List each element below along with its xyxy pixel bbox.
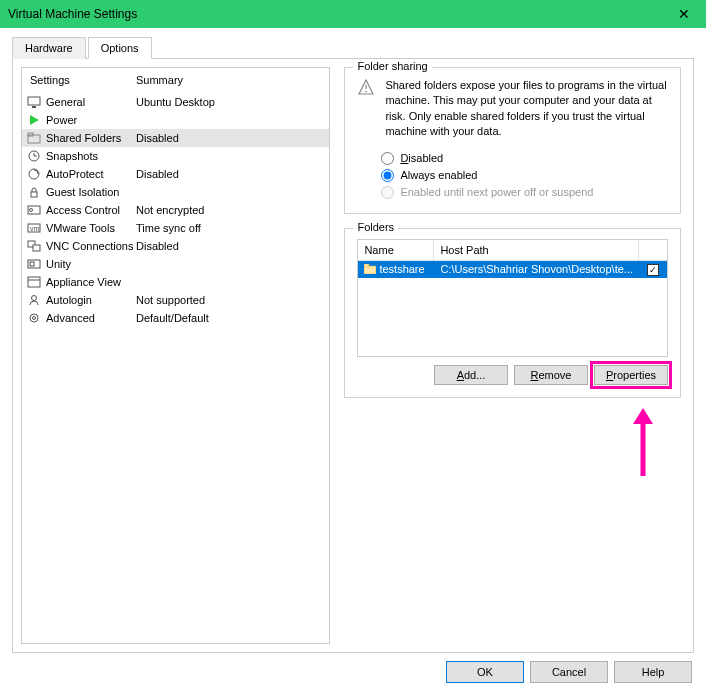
svg-rect-27 — [364, 264, 369, 267]
radio-until-label: Enabled until next power off or suspend — [400, 186, 593, 198]
refresh-clock-icon — [26, 167, 42, 181]
col-host-path[interactable]: Host Path — [434, 240, 639, 260]
svg-marker-2 — [30, 115, 39, 125]
folder-enabled-checkbox[interactable]: ✓ — [647, 264, 659, 276]
titlebar: Virtual Machine Settings ✕ — [0, 0, 706, 28]
sidebar-item-autologin[interactable]: Autologin Not supported — [22, 291, 329, 309]
remove-button[interactable]: Remove — [514, 365, 588, 385]
key-icon — [26, 203, 42, 217]
monitor-icon — [26, 95, 42, 109]
svg-rect-15 — [33, 245, 40, 251]
cancel-button[interactable]: Cancel — [530, 661, 608, 683]
sidebar-item-unity[interactable]: Unity — [22, 255, 329, 273]
sidebar-item-vmware-tools[interactable]: vmVMware Tools Time sync off — [22, 219, 329, 237]
svg-rect-9 — [31, 192, 37, 197]
svg-rect-1 — [32, 106, 36, 108]
sidebar-item-guest-isolation[interactable]: Guest Isolation — [22, 183, 329, 201]
svg-text:vm: vm — [30, 225, 40, 232]
folder-mini-icon — [364, 264, 376, 274]
help-button[interactable]: Help — [614, 661, 692, 683]
svg-rect-0 — [28, 97, 40, 105]
folder-sharing-legend: Folder sharing — [353, 60, 431, 72]
radio-always-input[interactable] — [381, 169, 394, 182]
sidebar-item-power[interactable]: Power — [22, 111, 329, 129]
col-name[interactable]: Name — [358, 240, 434, 260]
gear-icon — [26, 311, 42, 325]
folders-table[interactable]: Name Host Path testshare C:\Users\Shahri… — [357, 239, 668, 357]
window-icon — [26, 275, 42, 289]
radio-always-label: Always enabled — [400, 169, 477, 181]
svg-point-11 — [30, 209, 33, 212]
clock-icon — [26, 149, 42, 163]
svg-point-25 — [366, 91, 368, 93]
tab-hardware[interactable]: Hardware — [12, 37, 86, 59]
header-summary: Summary — [136, 74, 325, 86]
settings-list-header: Settings Summary — [22, 68, 329, 93]
svg-point-22 — [33, 317, 36, 320]
play-icon — [26, 113, 42, 127]
ok-button[interactable]: OK — [446, 661, 524, 683]
folder-sharing-group: Folder sharing Shared folders expose you… — [344, 67, 681, 214]
svg-rect-18 — [28, 277, 40, 287]
col-enabled[interactable] — [639, 240, 667, 260]
folder-name: testshare — [379, 263, 424, 275]
folders-group: Folders Name Host Path testshare C:\User… — [344, 228, 681, 398]
radio-disabled-label: isabled — [408, 152, 443, 164]
sidebar-item-general[interactable]: General Ubuntu Desktop — [22, 93, 329, 111]
radio-always-enabled[interactable]: Always enabled — [381, 167, 668, 184]
radio-disabled[interactable]: Disabled — [381, 150, 668, 167]
warning-text: Shared folders expose your files to prog… — [385, 78, 668, 140]
sidebar-item-advanced[interactable]: Advanced Default/Default — [22, 309, 329, 327]
warning-icon — [357, 78, 375, 140]
lock-icon — [26, 185, 42, 199]
sidebar-item-autoprotect[interactable]: AutoProtect Disabled — [22, 165, 329, 183]
close-icon[interactable]: ✕ — [670, 6, 698, 22]
sidebar-item-appliance-view[interactable]: Appliance View — [22, 273, 329, 291]
header-settings: Settings — [26, 74, 136, 86]
vm-icon: vm — [26, 221, 42, 235]
svg-point-21 — [30, 314, 38, 322]
tab-options[interactable]: Options — [88, 37, 152, 59]
sidebar-item-access-control[interactable]: Access Control Not encrypted — [22, 201, 329, 219]
user-icon — [26, 293, 42, 307]
folders-table-header: Name Host Path — [358, 240, 667, 261]
screens-icon — [26, 239, 42, 253]
folder-path: C:\Users\Shahriar Shovon\Desktop\te... — [434, 261, 639, 277]
add-button[interactable]: Add... — [434, 365, 508, 385]
unity-icon — [26, 257, 42, 271]
sidebar-item-vnc-connections[interactable]: VNC Connections Disabled — [22, 237, 329, 255]
settings-list: Settings Summary General Ubuntu Desktop … — [21, 67, 330, 644]
folder-icon — [26, 131, 42, 145]
svg-point-20 — [32, 296, 37, 301]
radio-disabled-input[interactable] — [381, 152, 394, 165]
sidebar-item-shared-folders[interactable]: Shared Folders Disabled — [22, 129, 329, 147]
dialog-buttons: OK Cancel Help — [0, 653, 706, 689]
radio-enabled-until: Enabled until next power off or suspend — [381, 184, 668, 201]
window-title: Virtual Machine Settings — [8, 7, 670, 21]
folders-legend: Folders — [353, 221, 398, 233]
sidebar-item-snapshots[interactable]: Snapshots — [22, 147, 329, 165]
radio-until-input — [381, 186, 394, 199]
folder-row[interactable]: testshare C:\Users\Shahriar Shovon\Deskt… — [358, 261, 667, 278]
tab-strip: Hardware Options — [12, 36, 694, 59]
properties-button[interactable]: Properties — [594, 365, 668, 385]
svg-rect-17 — [30, 262, 34, 266]
